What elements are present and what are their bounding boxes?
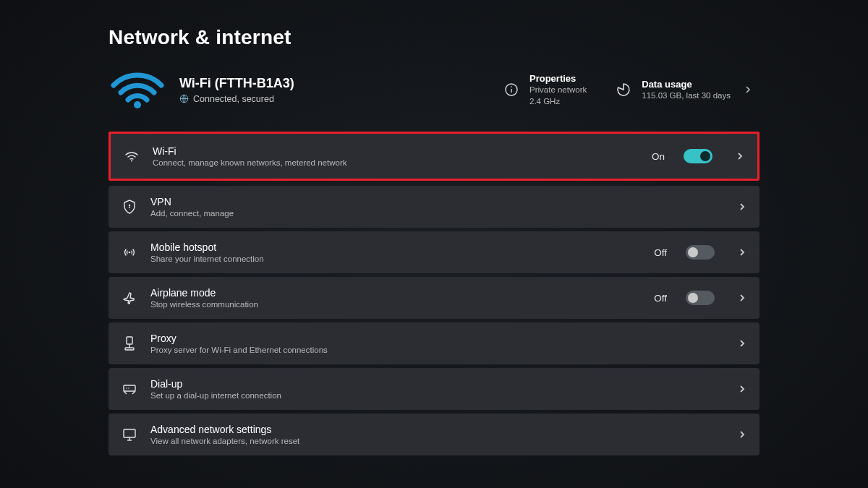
page-title: Network & internet — [109, 26, 760, 49]
wifi-row[interactable]: Wi-Fi Connect, manage known networks, me… — [109, 132, 760, 181]
chevron-right-icon — [738, 430, 746, 439]
svg-point-6 — [129, 205, 130, 206]
dialup-icon — [122, 381, 137, 397]
chevron-right-icon — [738, 385, 746, 393]
monitor-icon — [122, 427, 137, 442]
hotspot-toggle-label: Off — [654, 247, 667, 258]
properties-title: Properties — [529, 73, 587, 84]
airplane-toggle-label: Off — [654, 293, 667, 304]
hotspot-row[interactable]: Mobile hotspot Share your internet conne… — [109, 231, 760, 273]
airplane-sub: Stop wireless communication — [150, 300, 641, 309]
chevron-right-icon — [738, 248, 746, 257]
wifi-toggle[interactable] — [684, 149, 712, 163]
airplane-title: Airplane mode — [150, 287, 641, 299]
properties-line2: 2.4 GHz — [529, 96, 587, 107]
vpn-sub: Add, connect, manage — [150, 209, 715, 218]
vpn-title: VPN — [150, 196, 715, 207]
airplane-toggle[interactable] — [686, 291, 715, 305]
chevron-right-icon — [744, 85, 752, 94]
wifi-title: Wi-Fi — [153, 145, 639, 157]
dialup-row[interactable]: Dial-up Set up a dial-up internet connec… — [109, 368, 760, 410]
proxy-title: Proxy — [150, 333, 715, 344]
connection-status: Connected, secured — [193, 94, 274, 104]
advanced-title: Advanced network settings — [150, 424, 715, 435]
svg-point-16 — [128, 388, 129, 389]
chevron-right-icon — [738, 202, 746, 211]
chevron-right-icon — [736, 152, 744, 160]
vpn-row[interactable]: VPN Add, connect, manage — [109, 186, 760, 228]
wifi-toggle-label: On — [652, 151, 665, 162]
svg-point-15 — [126, 388, 127, 389]
hotspot-title: Mobile hotspot — [150, 241, 641, 253]
svg-rect-11 — [125, 348, 134, 350]
svg-rect-9 — [127, 337, 132, 344]
data-usage-title: Data usage — [642, 79, 731, 90]
data-usage-icon — [614, 80, 633, 99]
dialup-sub: Set up a dial-up internet connection — [150, 391, 715, 400]
airplane-row[interactable]: Airplane mode Stop wireless communicatio… — [109, 277, 760, 319]
wifi-sub: Connect, manage known networks, metered … — [153, 158, 639, 167]
data-usage-sub: 115.03 GB, last 30 days — [642, 90, 731, 101]
properties-line1: Private network — [529, 85, 587, 95]
chevron-right-icon — [738, 294, 746, 302]
dialup-title: Dial-up — [150, 378, 715, 390]
hotspot-toggle[interactable] — [686, 245, 715, 260]
wifi-signal-icon — [109, 68, 166, 111]
connection-header: Wi-Fi (FTTH-B1A3) Connected, secured Pro… — [109, 68, 760, 111]
properties-button[interactable]: Properties Private network 2.4 GHz — [495, 69, 594, 111]
svg-rect-17 — [124, 429, 135, 437]
advanced-sub: View all network adapters, network reset — [150, 437, 715, 445]
advanced-row[interactable]: Advanced network settings View all netwo… — [109, 414, 760, 455]
data-usage-button[interactable]: Data usage 115.03 GB, last 30 days — [607, 74, 760, 106]
airplane-icon — [122, 290, 137, 306]
svg-point-5 — [131, 160, 132, 162]
proxy-row[interactable]: Proxy Proxy server for Wi-Fi and Etherne… — [109, 322, 760, 364]
info-icon — [502, 80, 521, 99]
hotspot-icon — [122, 244, 137, 260]
wifi-icon — [124, 148, 140, 164]
svg-point-4 — [511, 86, 512, 87]
connection-name: Wi-Fi (FTTH-B1A3) — [179, 76, 294, 91]
svg-point-0 — [134, 101, 141, 108]
hotspot-sub: Share your internet connection — [150, 254, 641, 263]
shield-icon — [122, 199, 137, 215]
proxy-icon — [122, 335, 137, 351]
globe-icon — [179, 94, 189, 103]
svg-rect-12 — [124, 385, 135, 391]
chevron-right-icon — [738, 339, 746, 348]
svg-point-8 — [129, 252, 131, 254]
proxy-sub: Proxy server for Wi-Fi and Ethernet conn… — [150, 346, 715, 354]
